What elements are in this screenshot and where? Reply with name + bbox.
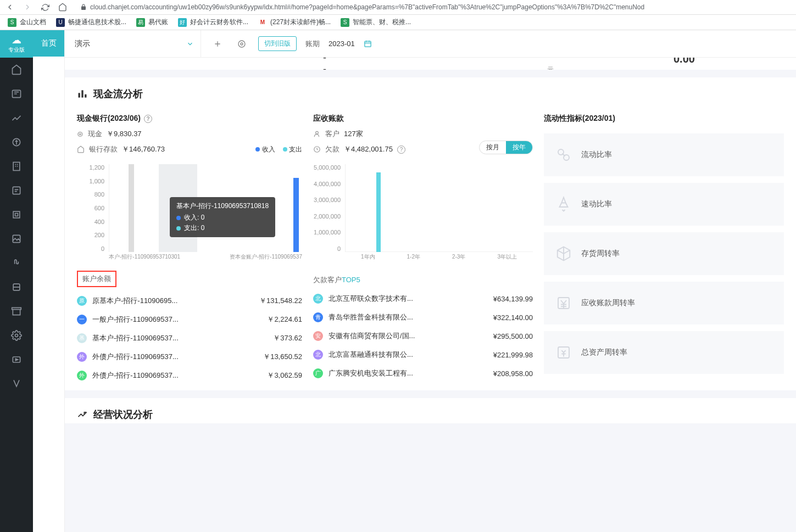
ratio-icon: [554, 145, 574, 165]
cash-chart[interactable]: 1,2001,0008006004002000 基本户-招行-110906953…: [77, 164, 302, 263]
x-label: 资本金账户-招行-1109069537: [230, 253, 302, 263]
cash-bank-column: 现金银行(2023/06) ? ⊛ 现金 ￥9,830.37: [77, 114, 308, 380]
bookmark-item[interactable]: S金山文档: [8, 18, 46, 27]
org-selector[interactable]: 演示: [75, 30, 201, 57]
metric-card-asset-turnover[interactable]: 总资产周转率: [544, 331, 784, 374]
sidebar-item-home[interactable]: [0, 58, 33, 82]
settings-button[interactable]: [234, 36, 249, 52]
forward-button[interactable]: [22, 2, 33, 13]
legend-dot-expense: [283, 147, 287, 152]
account-row[interactable]: 原原基本户-招行-11090695...￥131,548.22: [77, 296, 302, 306]
account-row[interactable]: 一一般户-招行-1109069537...￥2,224.61: [77, 315, 302, 324]
sidebar-item-building[interactable]: [0, 154, 33, 178]
sidebar-item-video[interactable]: [0, 348, 33, 372]
back-button[interactable]: [4, 2, 15, 13]
bar-chart-icon: [77, 88, 88, 99]
url-bar[interactable]: cloud.chanjet.com/accounting/uw1eb00zy96…: [75, 1, 792, 13]
sidebar-item-money[interactable]: [0, 130, 33, 154]
bookmark-icon: 好: [178, 18, 187, 27]
user-icon: [313, 130, 321, 138]
home-button[interactable]: [57, 2, 68, 13]
ar-title: 应收账款: [313, 114, 405, 124]
bookmark-label: 易代账: [148, 18, 168, 27]
badge-icon: 一: [77, 315, 87, 324]
account-row[interactable]: 基基本户-招行-1109069537...￥373.62: [77, 333, 302, 343]
badge-icon: 北: [313, 350, 323, 360]
org-name: 演示: [75, 39, 90, 49]
badge-icon: 广: [313, 368, 323, 378]
badge-icon: 外: [77, 371, 87, 380]
subnav-home[interactable]: 首页: [33, 30, 64, 57]
browser-toolbar: cloud.chanjet.com/accounting/uw1eb00zy96…: [0, 0, 796, 15]
reload-button[interactable]: [40, 2, 51, 13]
account-row[interactable]: 外外债户-招行-1109069537...￥13,650.52: [77, 352, 302, 362]
ar-chart[interactable]: 5,000,0004,000,0003,000,0002,000,0001,00…: [313, 164, 533, 263]
metric-card-inventory-turnover[interactable]: 存货周转率: [544, 232, 784, 275]
sidebar-item-tax[interactable]: [0, 178, 33, 203]
lock-icon: [80, 4, 87, 10]
account-row[interactable]: 外外债户-招行-1109069537...￥3,062.59: [77, 371, 302, 380]
calendar-icon[interactable]: [364, 40, 372, 48]
old-version-button[interactable]: 切到旧版: [258, 36, 297, 51]
topbar: 演示 切到旧版 账期 2023-01: [65, 30, 796, 58]
bookmark-item[interactable]: S智能票、财、税推...: [341, 18, 411, 27]
cashflow-panel: 现金流分析 现金银行(2023/06) ?: [65, 77, 796, 390]
sidebar-item-archive[interactable]: [0, 299, 33, 323]
chevron-down-icon: [186, 40, 194, 48]
period-toggle[interactable]: 按月 按年: [479, 141, 533, 154]
metric-card-ar-turnover[interactable]: 应收账款周转率: [544, 282, 784, 324]
ar-column: 应收账款 客户 127家 欠款 ￥4,48: [308, 114, 538, 380]
customer-row[interactable]: 青青岛华胜普金科技有限公...¥322,140.00: [313, 312, 533, 322]
summary-strip: -- 0.00元 「上新」好会计20230511迭代更新: [65, 58, 796, 70]
sidebar: ☁ 专业版: [0, 30, 33, 532]
toggle-year[interactable]: 按年: [506, 141, 532, 154]
sidebar-item-report[interactable]: [0, 106, 33, 130]
sidebar-item-voucher[interactable]: [0, 82, 33, 106]
yuan-unit: 元: [547, 66, 554, 70]
bank-icon: [77, 145, 85, 153]
cloud-icon: ☁: [12, 34, 21, 46]
sidebar-item-image[interactable]: [0, 227, 33, 251]
badge-icon: 基: [77, 333, 87, 343]
bookmark-icon: 易: [136, 18, 145, 27]
chart-tooltip: 基本户-招行-110906953710818 收入: 0 支出: 0: [170, 197, 275, 237]
customer-row[interactable]: 安安徽有信商贸有限公司/国...¥295,500.00: [313, 331, 533, 341]
panel-header: 经营状况分析: [77, 408, 784, 421]
bookmark-icon: M: [258, 18, 267, 27]
yen-icon: ⊛: [77, 130, 84, 138]
sidebar-item-scan[interactable]: [0, 275, 33, 299]
period-value[interactable]: 2023-01: [329, 40, 355, 48]
sidebar-item-v[interactable]: [0, 372, 33, 396]
sidebar-item-stamp[interactable]: [0, 203, 33, 227]
sidebar-item-settings[interactable]: [0, 323, 33, 348]
customer-row[interactable]: 广广东腾安机电安装工程有...¥208,958.00: [313, 368, 533, 378]
liquidity-column: 流动性指标(2023/01) 流动比率 速动比率 存: [538, 114, 784, 380]
panel-header: 现金流分析: [77, 87, 784, 100]
liquidity-title: 流动性指标(2023/01): [544, 114, 784, 124]
bookmark-item[interactable]: M(227封未读邮件)畅...: [258, 18, 331, 27]
add-button[interactable]: [210, 36, 225, 52]
help-icon[interactable]: ?: [144, 115, 152, 123]
toggle-month[interactable]: 按月: [480, 141, 506, 154]
cash-bank-title: 现金银行(2023/06) ?: [77, 114, 165, 124]
bookmark-icon: U: [56, 18, 65, 27]
bookmark-item[interactable]: U畅捷通信息技术股...: [56, 18, 126, 27]
cash-stat: ⊛ 现金 ￥9,830.37: [77, 129, 165, 139]
badge-icon: 青: [313, 312, 323, 322]
svg-point-10: [238, 41, 245, 47]
help-icon[interactable]: ?: [397, 145, 405, 154]
bookmark-item[interactable]: 易易代账: [136, 18, 168, 27]
bookmark-label: 畅捷通信息技术股...: [68, 18, 126, 27]
cust-stat: 客户 127家: [313, 129, 405, 139]
metric-card-current-ratio[interactable]: 流动比率: [544, 133, 784, 176]
bookmark-item[interactable]: 好好会计云财务软件...: [178, 18, 248, 27]
trend-icon: [77, 409, 88, 420]
customer-row[interactable]: 北北京互帮联众数字技术有...¥634,139.99: [313, 294, 533, 304]
sidebar-logo[interactable]: ☁ 专业版: [0, 30, 33, 58]
x-label: 本户-招行-110906953710301: [109, 253, 180, 263]
customer-row[interactable]: 北北京富基融通科技有限公...¥221,999.98: [313, 350, 533, 360]
sidebar-item-hand[interactable]: [0, 251, 33, 275]
balance-title: 账户余额: [77, 271, 302, 287]
rocket-icon: [554, 194, 574, 214]
metric-card-quick-ratio[interactable]: 速动比率: [544, 183, 784, 226]
